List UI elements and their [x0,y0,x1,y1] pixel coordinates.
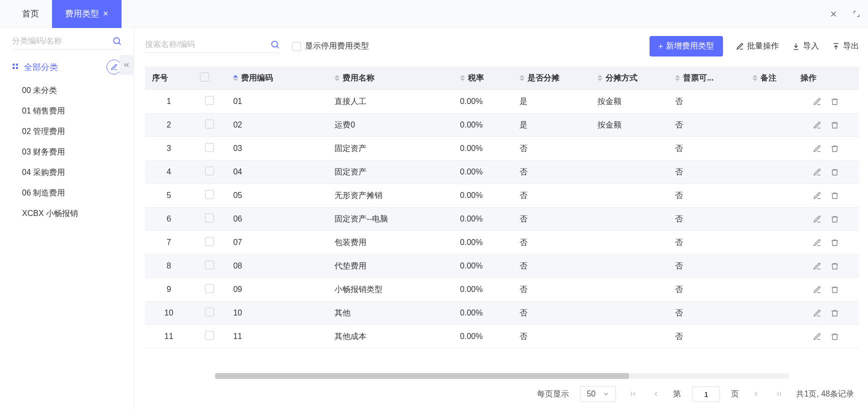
cell-seq: 5 [145,184,193,208]
col-fentanway-header[interactable]: 分摊方式 [590,66,668,90]
last-page-button[interactable] [773,388,785,400]
cell-checkbox[interactable] [193,254,226,278]
row-edit-button[interactable] [813,168,822,176]
cell-name: 固定资产 [328,137,453,160]
cell-checkbox[interactable] [193,160,226,184]
row-edit-button[interactable] [813,121,822,130]
col-act-header: 操作 [794,66,859,90]
col-fentan-header[interactable]: 是否分摊 [512,66,590,90]
page-suffix: 页 [731,389,739,400]
row-delete-button[interactable] [830,192,839,200]
batch-operations-button[interactable]: 批量操作 [736,41,779,52]
col-select-all-header[interactable] [193,66,226,90]
sidebar-item-02[interactable]: 02 管理费用 [0,122,134,142]
cell-checkbox[interactable] [193,231,226,254]
cell-checkbox[interactable] [193,137,226,160]
row-delete-button[interactable] [830,168,839,176]
search-icon[interactable] [112,36,122,46]
checkbox-icon [205,143,214,152]
cell-checkbox[interactable] [193,90,226,114]
row-delete-button[interactable] [830,286,839,294]
cell-fentan: 否 [512,231,590,254]
table-row: 101直接人工0.00%是按金额否 [145,90,859,114]
sidebar-item-06[interactable]: 06 制造费用 [0,183,134,204]
sort-icon [598,75,602,81]
add-fee-type-button[interactable]: + 新增费用类型 [650,36,723,56]
prev-page-button[interactable] [650,388,662,400]
cell-checkbox[interactable] [193,208,226,231]
row-delete-button[interactable] [830,121,839,130]
cell-rate: 0.00% [453,325,512,348]
cell-fentan: 否 [512,184,590,208]
checkbox-icon [205,120,214,128]
row-edit-button[interactable] [813,309,822,318]
row-delete-button[interactable] [830,144,839,153]
cell-pupiao: 否 [668,254,746,278]
cell-fentan: 是 [512,90,590,114]
row-edit-button[interactable] [813,238,822,247]
tab-close-icon[interactable]: × [103,8,108,19]
sort-icon [520,75,524,81]
row-delete-button[interactable] [830,98,839,106]
sidebar-item-04[interactable]: 04 采购费用 [0,162,134,183]
page-summary: 共1页, 48条记录 [796,389,854,400]
col-remark-header[interactable]: 备注 [746,66,794,90]
sidebar-item-xcbx[interactable]: XCBX 小畅报销 [0,204,134,224]
sidebar-search-input[interactable] [12,36,112,46]
row-delete-button[interactable] [830,238,839,247]
sidebar-item-00[interactable]: 00 未分类 [0,80,134,101]
cell-checkbox[interactable] [193,278,226,302]
scrollbar-thumb[interactable] [215,373,629,379]
cell-remark [746,184,794,208]
row-edit-button[interactable] [813,192,822,200]
close-all-button[interactable] [822,0,845,28]
checkbox-icon [205,331,214,340]
sidebar: 全部分类 00 未分类 01 销售费用 02 管理费用 03 财务费用 04 采… [0,28,134,409]
row-edit-button[interactable] [813,286,822,294]
col-rate-header[interactable]: 税率 [453,66,512,90]
next-page-button[interactable] [750,388,762,400]
cell-checkbox[interactable] [193,325,226,348]
col-name-header[interactable]: 费用名称 [328,66,453,90]
content-search-input[interactable] [145,40,270,49]
search-icon[interactable] [270,40,280,50]
col-pupiao-header[interactable]: 普票可... [668,66,746,90]
cell-actions [794,90,859,114]
col-seq-header[interactable]: 序号 [145,66,193,90]
row-edit-button[interactable] [813,98,822,106]
page-input[interactable] [692,386,720,402]
tab-home[interactable]: 首页 [9,0,52,28]
cell-code: 11 [226,325,328,348]
export-button[interactable]: 导出 [832,41,859,52]
horizontal-scrollbar[interactable] [145,372,859,379]
per-page-select[interactable]: 50 [580,386,616,402]
sidebar-item-01[interactable]: 01 销售费用 [0,101,134,122]
cell-code: 07 [226,231,328,254]
row-delete-button[interactable] [830,262,839,270]
top-right-controls [822,0,868,28]
row-edit-button[interactable] [813,262,822,270]
table-scroll[interactable]: 序号 费用编码 费用名称 税率 是否分摊 分摊方式 普票可... 备注 操作 [145,66,859,371]
cell-fentanway [590,254,668,278]
cell-checkbox[interactable] [193,302,226,325]
tab-fee-type[interactable]: 费用类型 × [52,0,122,28]
sidebar-collapse-button[interactable] [120,55,134,75]
cell-pupiao: 否 [668,137,746,160]
col-code-header[interactable]: 费用编码 [226,66,328,90]
sidebar-item-03[interactable]: 03 财务费用 [0,142,134,162]
row-delete-button[interactable] [830,332,839,341]
row-edit-button[interactable] [813,144,822,153]
import-button[interactable]: 导入 [792,41,819,52]
sidebar-root-item[interactable]: 全部分类 [12,62,58,73]
row-edit-button[interactable] [813,332,822,341]
cell-checkbox[interactable] [193,114,226,137]
row-edit-button[interactable] [813,215,822,224]
row-delete-button[interactable] [830,215,839,224]
row-delete-button[interactable] [830,309,839,318]
cell-checkbox[interactable] [193,184,226,208]
cell-remark [746,254,794,278]
cell-fentanway: 按金额 [590,114,668,137]
fullscreen-button[interactable] [845,0,868,28]
show-disabled-checkbox[interactable]: 显示停用费用类型 [292,41,369,52]
first-page-button[interactable] [627,388,639,400]
